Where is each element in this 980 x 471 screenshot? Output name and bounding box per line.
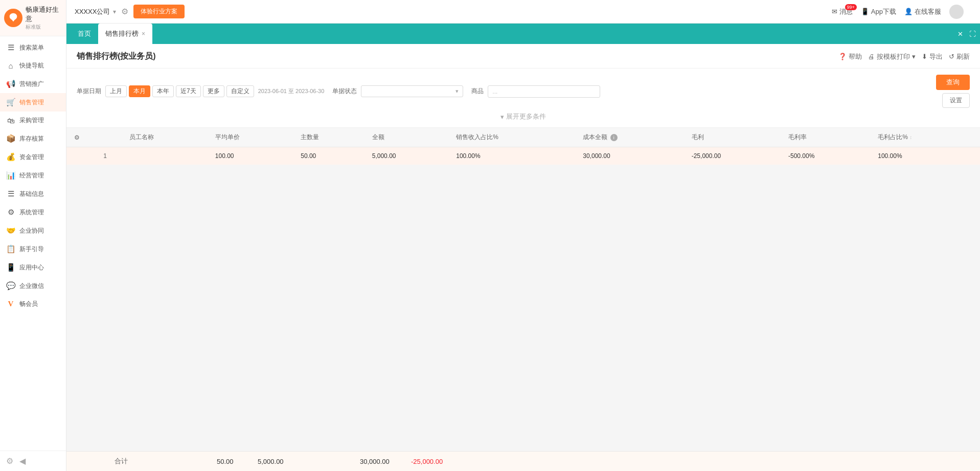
expand-icon: ▾: [500, 113, 504, 121]
status-select-arrow-icon: ▾: [455, 88, 459, 95]
service-icon: 👤: [904, 8, 913, 15]
export-button[interactable]: ⬇ 导出: [922, 52, 943, 61]
logo-text: 畅康通好生意 标准版: [26, 5, 62, 31]
page-actions: ❓ 帮助 🖨 按模板打印 ▾ ⬇ 导出 ↺ 刷新: [838, 52, 970, 61]
sort-icon: ↕: [909, 134, 912, 140]
help-button[interactable]: ❓ 帮助: [838, 52, 862, 61]
footer-gross: -25,000.00: [411, 458, 443, 465]
avatar[interactable]: [949, 5, 964, 19]
date-btn-this-year[interactable]: 本年: [152, 85, 174, 97]
td-settings: [66, 147, 87, 165]
company-selector[interactable]: XXXXX公司 ▾: [75, 7, 116, 16]
message-button[interactable]: ✉ 消息 99+: [832, 7, 853, 16]
expand-filters-button[interactable]: ▾ 展开更多条件: [500, 112, 546, 121]
finance-icon: 💰: [6, 152, 15, 162]
sales-icon: 🛒: [6, 98, 15, 107]
td-gross-rate: -500.00%: [782, 147, 872, 165]
date-btn-this-month[interactable]: 本月: [129, 85, 150, 97]
company-name: XXXXX公司: [75, 7, 110, 16]
tab-close-icon[interactable]: ×: [142, 30, 145, 37]
refresh-icon: ↺: [949, 53, 954, 60]
member-icon: V: [6, 300, 15, 308]
sidebar-item-system[interactable]: ⚙ 系统管理: [0, 203, 66, 221]
goods-input-placeholder: ...: [492, 88, 497, 95]
purchase-icon: 🛍: [6, 116, 15, 125]
sidebar-item-shortcut[interactable]: ⌂ 快捷导航: [0, 57, 66, 75]
sidebar-item-wechat[interactable]: 💬 企业微信: [0, 277, 66, 295]
inventory-icon: 📦: [6, 134, 15, 143]
tab-close-all-icon[interactable]: ✕: [958, 30, 963, 38]
apps-icon: 📱: [6, 263, 15, 272]
topbar-right: ✉ 消息 99+ 📱 App下载 👤 在线客服: [832, 5, 972, 19]
app-download-button[interactable]: 📱 App下载: [861, 7, 896, 16]
td-avg-price: 100.00: [209, 147, 294, 165]
message-badge: 99+: [845, 4, 857, 10]
cost-info-icon[interactable]: i: [610, 134, 618, 141]
date-btn-7days[interactable]: 近7天: [176, 85, 201, 97]
online-service-button[interactable]: 👤 在线客服: [904, 7, 941, 16]
topbar: XXXXX公司 ▾ ⚙ 体验行业方案 ✉ 消息 99+ 📱 App下载 👤 在线…: [66, 0, 980, 24]
sidebar-item-marketing[interactable]: 📢 营销推广: [0, 75, 66, 93]
query-button[interactable]: 查询: [936, 75, 970, 90]
th-avg-price: 平均单价: [209, 128, 294, 147]
date-btn-last-month[interactable]: 上月: [105, 85, 127, 97]
page-title: 销售排行榜(按业务员): [77, 51, 156, 62]
date-btn-more[interactable]: 更多: [203, 85, 224, 97]
sidebar-item-search[interactable]: ☰ 搜索菜单: [0, 38, 66, 57]
settings-button[interactable]: 设置: [942, 93, 970, 108]
sidebar: 畅康通好生意 标准版 ☰ 搜索菜单 ⌂ 快捷导航 📢 营销推广 🛒 销售管理 🛍…: [0, 0, 66, 471]
date-range-display: 2023-06-01 至 2023-06-30: [258, 87, 325, 95]
date-btn-group: 上月 本月 本年 近7天 更多 自定义: [105, 85, 254, 97]
filters-main-row: 单据日期 上月 本月 本年 近7天 更多 自定义 2023-06-01 至 20…: [77, 75, 970, 108]
message-icon: ✉: [832, 8, 837, 15]
table-footer: 合计 50.00 5,000.00 30,000.00 -25,000.00: [66, 451, 980, 471]
filter-right-btns: 查询 设置: [936, 75, 970, 108]
date-btn-custom[interactable]: 自定义: [226, 85, 254, 97]
filters-expand-row: ▾ 展开更多条件: [77, 108, 970, 121]
topbar-gear-icon[interactable]: ⚙: [121, 7, 128, 16]
status-select[interactable]: ▾: [361, 85, 463, 97]
sidebar-item-guide[interactable]: 📋 新手引导: [0, 240, 66, 258]
wechat-icon: 💬: [6, 281, 15, 290]
th-settings[interactable]: ⚙: [66, 128, 87, 147]
status-filter: 单据状态 ▾: [332, 85, 463, 97]
sidebar-item-finance[interactable]: 💰 资金管理: [0, 148, 66, 166]
td-sales-pct: 100.00%: [450, 147, 577, 165]
sidebar-item-apps[interactable]: 📱 应用中心: [0, 258, 66, 277]
trial-button[interactable]: 体验行业方案: [133, 5, 185, 18]
td-amount: 5,000.00: [366, 147, 450, 165]
sidebar-item-sales[interactable]: 🛒 销售管理: [0, 93, 66, 111]
th-qty: 主数量: [294, 128, 366, 147]
status-filter-label: 单据状态: [332, 87, 357, 96]
export-icon: ⬇: [922, 53, 927, 60]
tab-home-label: 首页: [78, 29, 91, 38]
sidebar-item-inventory[interactable]: 📦 库存核算: [0, 129, 66, 148]
tab-sales-rank[interactable]: 销售排行榜 ×: [98, 24, 152, 44]
sidebar-item-operation[interactable]: 📊 经营管理: [0, 166, 66, 185]
company-chevron-icon: ▾: [113, 8, 116, 15]
marketing-icon: 📢: [6, 79, 15, 88]
table-area: ⚙ 员工名称 平均单价 主数量 全额 销售收入占比% 成本全额 i 毛利 毛利率: [66, 128, 980, 451]
sidebar-item-basic[interactable]: ☰ 基础信息: [0, 185, 66, 203]
sidebar-item-member[interactable]: V 畅会员: [0, 295, 66, 313]
print-dropdown-icon: ▾: [912, 53, 916, 60]
page-header: 销售排行榜(按业务员) ❓ 帮助 🖨 按模板打印 ▾ ⬇ 导出: [66, 44, 980, 69]
help-icon: ❓: [838, 53, 847, 60]
sidebar-item-corp[interactable]: 🤝 企业协同: [0, 221, 66, 240]
settings-bottom-icon[interactable]: ⚙: [6, 456, 13, 466]
td-gross-pct: 100.00%: [872, 147, 980, 165]
tabbar-actions: ✕ ⛶: [958, 30, 976, 38]
tab-home[interactable]: 首页: [71, 24, 98, 44]
search-icon: ☰: [6, 43, 15, 52]
page-header-top: 销售排行榜(按业务员) ❓ 帮助 🖨 按模板打印 ▾ ⬇ 导出: [77, 51, 970, 62]
sidebar-item-purchase[interactable]: 🛍 采购管理: [0, 111, 66, 129]
print-button[interactable]: 🖨 按模板打印 ▾: [868, 52, 916, 61]
th-amount: 全额: [366, 128, 450, 147]
home-icon: ⌂: [6, 61, 15, 70]
refresh-button[interactable]: ↺ 刷新: [949, 52, 970, 61]
tab-restore-icon[interactable]: ⛶: [969, 30, 976, 38]
goods-input[interactable]: ...: [488, 85, 600, 98]
tab-sales-rank-label: 销售排行榜: [105, 29, 139, 38]
collapse-icon[interactable]: ◀: [19, 456, 26, 466]
sidebar-bottom: ⚙ ◀: [0, 451, 66, 471]
